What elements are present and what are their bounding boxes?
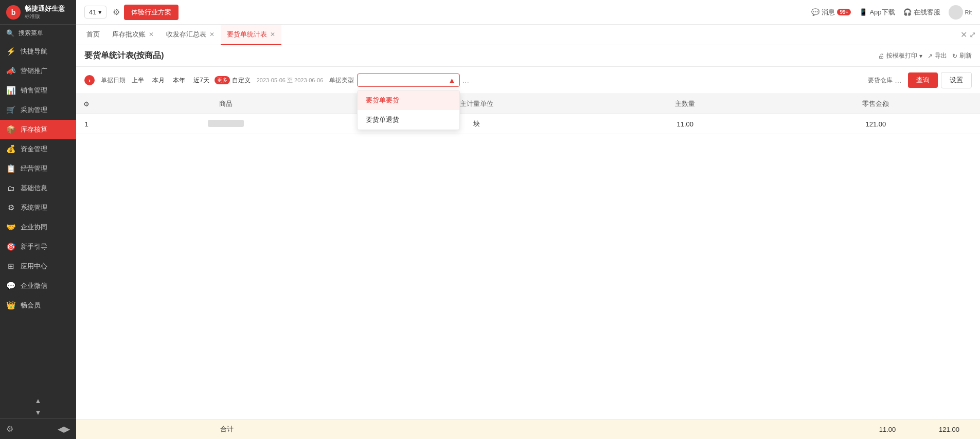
product-blurred (208, 120, 244, 127)
doc-type-menu: 要货单要货 要货单退货 (357, 90, 460, 130)
finance-icon: 💰 (6, 144, 15, 154)
tab-order-summary[interactable]: 要货单统计表 ✕ (221, 25, 281, 45)
refresh-btn[interactable]: ↻ 刷新 (952, 51, 972, 60)
print-chevron-icon: ▾ (919, 52, 922, 60)
sidebar-item-operations[interactable]: 📋 经营管理 (0, 159, 76, 178)
tab-home[interactable]: 首页 (80, 25, 106, 45)
sidebar-item-purchase[interactable]: 🛒 采购管理 (0, 100, 76, 120)
tab-order-summary-close[interactable]: ✕ (270, 31, 275, 38)
sidebar-item-label: 经营管理 (21, 164, 70, 173)
date-label: 单据日期 (101, 76, 126, 85)
sidebar-item-label: 系统管理 (21, 203, 70, 212)
sidebar-item-system[interactable]: ⚙ 系统管理 (0, 198, 76, 217)
online-service-btn[interactable]: 🎧 在线客服 (903, 8, 940, 17)
sidebar-item-collab[interactable]: 🤝 企业协同 (0, 217, 76, 237)
sidebar-item-marketing[interactable]: 📣 营销推广 (0, 61, 76, 81)
sidebar-item-label: 库存核算 (21, 125, 70, 134)
date-last7-btn[interactable]: 近7天 (190, 75, 212, 86)
sidebar-item-wechat[interactable]: 💬 企业微信 (0, 276, 76, 296)
settings-icon[interactable]: ⚙ (6, 424, 13, 434)
date-quick-options: 上半 本月 本年 近7天 更多 自定义 (129, 75, 251, 86)
export-label: 导出 (935, 51, 947, 60)
member-icon: 👑 (6, 301, 15, 310)
tab-expand-icon[interactable]: ⤢ (969, 30, 976, 40)
th-quantity: 主数量 (599, 94, 772, 114)
doc-type-dropdown[interactable]: ▲ (357, 74, 460, 87)
sidebar-nav: ⚡ 快捷导航 📣 营销推广 📊 销售管理 🛒 采购管理 📦 库存核算 💰 资金管… (0, 42, 76, 395)
topbar: 41 ▾ ⚙ 体验行业方案 💬 消息 99+ 📱 App下载 🎧 在线客服 (76, 0, 980, 25)
date-this-month-btn[interactable]: 本月 (149, 75, 168, 86)
tab-inventory-batch-close[interactable]: ✕ (149, 31, 154, 38)
tab-order-summary-label: 要货单统计表 (227, 30, 267, 39)
print-btn[interactable]: 🖨 按模板打印 ▾ (878, 51, 922, 60)
user-avatar-area[interactable]: Rit (949, 5, 972, 20)
dropdown-item-order-goods[interactable]: 要货单要货 (358, 90, 459, 110)
table-header-row: ⚙ 商品 主计量单位 主数量 零售金额 (76, 94, 980, 114)
sidebar-item-label: 畅会员 (21, 301, 70, 310)
doc-type-label: 单据类型 (329, 76, 354, 85)
refresh-label: 刷新 (959, 51, 972, 60)
sidebar-scroll-up[interactable]: ▲ (0, 395, 76, 407)
sidebar-item-guide[interactable]: 🎯 新手引导 (0, 237, 76, 257)
store-selector[interactable]: 41 ▾ (84, 6, 106, 19)
sidebar-item-basic[interactable]: 🗂 基础信息 (0, 178, 76, 198)
store-name: 41 (89, 8, 96, 16)
sidebar-item-label: 营销推广 (21, 66, 70, 76)
tab-receive-summary-close[interactable]: ✕ (209, 31, 215, 38)
date-last-half-btn[interactable]: 上半 (129, 75, 147, 86)
app-download-label: App下载 (869, 8, 895, 17)
export-btn[interactable]: ↗ 导出 (928, 51, 947, 60)
sidebar-scroll-down[interactable]: ▼ (0, 407, 76, 418)
avatar (949, 5, 963, 20)
basic-icon: 🗂 (6, 184, 15, 193)
sidebar-item-inventory[interactable]: 📦 库存核算 (0, 120, 76, 139)
print-label: 按模板打印 (886, 51, 917, 60)
sidebar-item-member[interactable]: 👑 畅会员 (0, 296, 76, 315)
edition-label: 标准版 (25, 13, 65, 20)
date-this-year-btn[interactable]: 本年 (170, 75, 188, 86)
apps-icon: ⊞ (6, 262, 15, 271)
sidebar-search-label: 搜索菜单 (19, 29, 43, 38)
more-icon[interactable]: … (462, 76, 469, 84)
sales-icon: 📊 (6, 86, 15, 95)
phone-icon: 📱 (859, 8, 867, 16)
warehouse-more-icon[interactable]: … (895, 76, 902, 84)
sidebar-item-sales[interactable]: 📊 销售管理 (0, 81, 76, 100)
sidebar-item-finance[interactable]: 💰 资金管理 (0, 139, 76, 159)
data-table: ⚙ 商品 主计量单位 主数量 零售金额 1 块 11.00 (76, 94, 980, 134)
page-actions: 🖨 按模板打印 ▾ ↗ 导出 ↻ 刷新 (878, 51, 972, 60)
sidebar-search[interactable]: 🔍 搜索菜单 (0, 25, 76, 42)
footer-quantity: 11.00 (857, 426, 918, 433)
tab-inventory-batch[interactable]: 库存批次账 ✕ (106, 25, 160, 45)
service-icon: 🎧 (903, 8, 912, 16)
sidebar-item-label: 采购管理 (21, 105, 70, 115)
filter-expand-btn[interactable]: › (84, 75, 95, 85)
company-name: 畅捷通好生意 (25, 5, 65, 13)
trial-button[interactable]: 体验行业方案 (124, 5, 179, 20)
system-icon: ⚙ (6, 203, 15, 212)
app-download-btn[interactable]: 📱 App下载 (859, 8, 895, 17)
th-settings[interactable]: ⚙ (76, 94, 97, 114)
operations-icon: 📋 (6, 164, 15, 173)
query-button[interactable]: 查询 (908, 72, 938, 88)
quick-nav-icon: ⚡ (6, 47, 15, 56)
tab-receive-summary[interactable]: 收发存汇总表 ✕ (160, 25, 221, 45)
filter-bar: › 单据日期 上半 本月 本年 近7天 更多 自定义 2023-05-06 至 … (76, 67, 980, 94)
sidebar-item-apps[interactable]: ⊞ 应用中心 (0, 257, 76, 276)
messages-btn[interactable]: 💬 消息 99+ (811, 8, 851, 17)
topbar-gear-icon[interactable]: ⚙ (113, 7, 120, 17)
collapse-icon[interactable]: ◀▶ (58, 424, 70, 434)
sidebar-item-label: 基础信息 (21, 184, 70, 193)
print-icon: 🖨 (878, 52, 884, 60)
dropdown-item-order-return[interactable]: 要货单退货 (358, 110, 459, 130)
row-product (97, 114, 354, 134)
date-custom-btn[interactable]: 自定义 (232, 76, 251, 85)
doc-type-dropdown-wrap: ▲ … 要货单要货 要货单退货 (357, 74, 469, 87)
date-more-badge[interactable]: 更多 (215, 76, 230, 84)
settings-button[interactable]: 设置 (941, 72, 972, 88)
tab-close-all-icon[interactable]: ✕ (960, 30, 967, 40)
sidebar-item-quick-nav[interactable]: ⚡ 快捷导航 (0, 42, 76, 61)
sidebar-item-label: 企业微信 (21, 281, 70, 290)
page-title: 要货单统计表(按商品) (84, 50, 164, 61)
topbar-left: 41 ▾ ⚙ 体验行业方案 (84, 5, 811, 20)
